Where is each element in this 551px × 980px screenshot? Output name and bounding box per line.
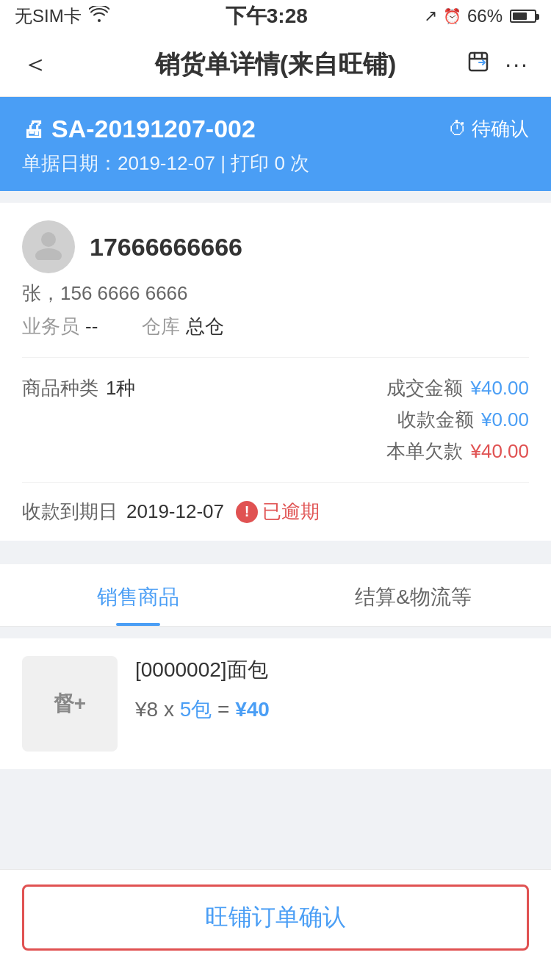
svg-point-1 xyxy=(41,232,56,247)
received-label: 收款金额 xyxy=(397,407,474,433)
customer-meta: 业务员 -- 仓库 总仓 xyxy=(22,314,529,339)
warehouse-item: 仓库 总仓 xyxy=(142,314,224,339)
overdue-text: 已逾期 xyxy=(262,499,320,525)
svg-point-2 xyxy=(35,248,62,260)
sales-rep-value: -- xyxy=(85,315,98,338)
summary-left: 商品种类 1种 xyxy=(22,375,386,401)
clock-icon: ⏱ xyxy=(448,118,467,140)
order-id: 🖨 SA-20191207-002 xyxy=(22,115,256,143)
warehouse-value: 总仓 xyxy=(186,314,224,339)
tab-sales[interactable]: 销售商品 xyxy=(0,564,276,626)
product-row: 督+ [0000002]面包 ¥8 x 5包 = ¥40 xyxy=(0,638,551,769)
customer-row: 17666666666 xyxy=(22,220,529,273)
confirm-btn-wrap: 旺铺订单确认 xyxy=(0,869,551,980)
product-logo: 督+ xyxy=(54,691,86,716)
tab-settlement[interactable]: 结算&物流等 xyxy=(276,564,551,626)
share-button[interactable] xyxy=(467,50,490,79)
due-section: 收款到期日 2019-12-07 ! 已逾期 xyxy=(0,483,551,541)
product-total: ¥40 xyxy=(235,698,270,721)
order-banner-top: 🖨 SA-20191207-002 ⏱ 待确认 xyxy=(22,115,529,143)
battery-label: 66% xyxy=(467,6,503,26)
carrier-label: 无SIM卡 xyxy=(15,4,82,28)
product-equals: = xyxy=(212,698,235,721)
battery-icon xyxy=(510,10,536,23)
alarm-icon: ⏰ xyxy=(443,7,461,25)
nav-actions: ··· xyxy=(467,50,529,79)
status-bar: 无SIM卡 下午3:28 ↗ ⏰ 66% xyxy=(0,0,551,32)
page-title: 销货单详情(来自旺铺) xyxy=(155,48,397,82)
status-left: 无SIM卡 xyxy=(15,4,109,28)
avatar-icon xyxy=(32,228,65,267)
customer-name: 张，156 6666 6666 xyxy=(22,281,529,306)
tabs-section: 销售商品 结算&物流等 xyxy=(0,564,551,627)
order-date: 单据日期：2019-12-07 | 打印 0 次 xyxy=(22,151,529,176)
section-gap-1 xyxy=(0,541,551,552)
status-time: 下午3:28 xyxy=(226,2,308,30)
summary-right: 成交金额 ¥40.00 收款金额 ¥0.00 本单欠款 ¥40.00 xyxy=(386,375,529,464)
owed-row: 本单欠款 ¥40.00 xyxy=(386,439,529,464)
deal-amount-label: 成交金额 xyxy=(386,375,463,401)
order-id-text: SA-20191207-002 xyxy=(51,115,256,143)
deal-amount-value: ¥40.00 xyxy=(470,377,529,400)
owed-value: ¥40.00 xyxy=(470,440,529,463)
confirm-button[interactable]: 旺铺订单确认 xyxy=(22,884,529,951)
warehouse-label: 仓库 xyxy=(142,314,180,339)
sales-rep-label: 业务员 xyxy=(22,314,79,339)
tab-sales-label: 销售商品 xyxy=(97,586,179,608)
product-type-label: 商品种类 xyxy=(22,375,98,401)
product-name: [0000002]面包 xyxy=(135,656,529,684)
due-date-value: 2019-12-07 xyxy=(126,500,224,523)
order-id-icon: 🖨 xyxy=(22,117,44,142)
avatar xyxy=(22,220,75,273)
location-icon: ↗ xyxy=(424,7,437,26)
product-section: 督+ [0000002]面包 ¥8 x 5包 = ¥40 xyxy=(0,638,551,769)
wifi-icon xyxy=(89,6,109,26)
owed-label: 本单欠款 xyxy=(386,439,463,464)
product-thumbnail: 督+ xyxy=(22,656,118,752)
more-button[interactable]: ··· xyxy=(505,51,529,78)
order-status: ⏱ 待确认 xyxy=(448,116,529,142)
overdue-badge: ! 已逾期 xyxy=(236,499,320,525)
product-type-value: 1种 xyxy=(106,375,135,401)
due-date-label: 收款到期日 xyxy=(22,499,118,525)
tab-settlement-label: 结算&物流等 xyxy=(355,586,472,608)
back-button[interactable]: ＜ xyxy=(15,39,56,90)
status-right: ↗ ⏰ 66% xyxy=(424,6,536,26)
received-value: ¥0.00 xyxy=(481,408,529,431)
order-banner: 🖨 SA-20191207-002 ⏱ 待确认 单据日期：2019-12-07 … xyxy=(0,97,551,191)
product-info: [0000002]面包 ¥8 x 5包 = ¥40 xyxy=(135,656,529,724)
deal-amount-row: 成交金额 ¥40.00 xyxy=(386,375,529,401)
product-price-row: ¥8 x 5包 = ¥40 xyxy=(135,696,529,724)
summary-section: 商品种类 1种 成交金额 ¥40.00 收款金额 ¥0.00 本单欠款 ¥40.… xyxy=(0,358,551,482)
product-price: ¥8 x xyxy=(135,698,180,721)
customer-phone: 17666666666 xyxy=(90,233,242,262)
sales-rep-item: 业务员 -- xyxy=(22,314,98,339)
received-row: 收款金额 ¥0.00 xyxy=(397,407,529,433)
tab-underline xyxy=(116,623,160,626)
order-status-text: 待确认 xyxy=(472,116,529,142)
product-qty: 5包 xyxy=(180,698,212,721)
customer-section: 17666666666 张，156 6666 6666 业务员 -- 仓库 总仓… xyxy=(0,203,551,541)
nav-bar: ＜ 销货单详情(来自旺铺) ··· xyxy=(0,32,551,97)
overdue-icon: ! xyxy=(236,501,258,523)
